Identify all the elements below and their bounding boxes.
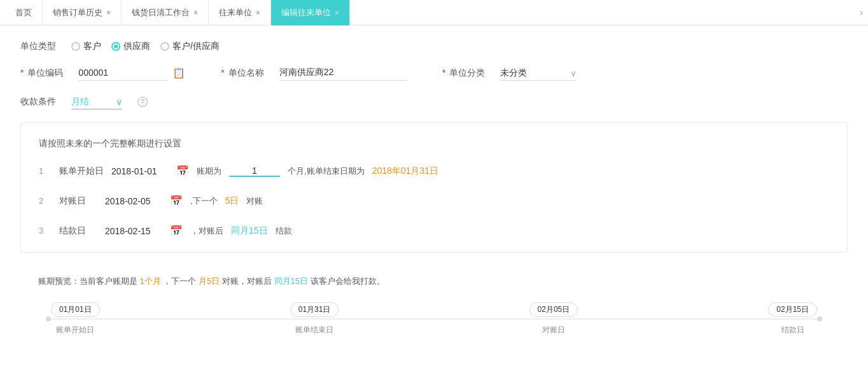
row-num-1: 1 (39, 166, 52, 176)
radio-customer-supplier-label: 客户/供应商 (172, 41, 220, 52)
unit-type-radio-group: 客户 供应商 客户/供应商 (71, 41, 220, 52)
timeline-point-4: 02月15日 结款日 (768, 302, 817, 335)
radio-supplier-label: 供应商 (123, 41, 150, 52)
tab-edit-partner-label: 编辑往来单位 (281, 7, 331, 18)
row-label-2: 对账日 (59, 195, 97, 207)
required-star-name: * (221, 67, 224, 78)
unit-category-label-star: * 单位分类 (442, 67, 485, 79)
timeline-point-1: 01月01日 账单开始日 (51, 302, 100, 335)
preview-suffix: 该客户会给我打款。 (311, 276, 385, 286)
settings-row-3: 3 结款日 2018-02-15 📅 ，对账后 同月15日 结款 (39, 225, 829, 237)
row-num-3: 3 (39, 226, 52, 236)
timeline-label-1: 账单开始日 (56, 325, 94, 335)
tab-cash-work-label: 钱货日清工作台 (132, 7, 190, 18)
row-desc-3b: 结款 (276, 225, 292, 237)
row-date-2: 2018-02-05 (105, 196, 162, 206)
tab-cash-work[interactable]: 钱货日清工作台 × (122, 0, 209, 25)
settings-row-2: 2 对账日 2018-02-05 📅 ,下一个 5日 对账 (39, 195, 829, 207)
timeline-label-2: 账单结束日 (295, 325, 333, 335)
timeline-dot-end (817, 316, 822, 321)
preview-part3: 同月15日 (274, 276, 308, 286)
unit-code-label-star: * 单位编码 (20, 67, 63, 79)
radio-customer-supplier-circle (160, 42, 169, 51)
tab-partner-label: 往来单位 (219, 7, 252, 18)
payment-terms-select-wrapper: 月结 ∨ (71, 94, 122, 109)
settings-box: 请按照未来的一个完整帐期进行设置 1 账单开始日 2018-01-01 📅 账期… (20, 122, 848, 253)
tabs-bar: 首页 销售订单历史 × 钱货日清工作台 × 往来单位 × 编辑往来单位 × › (0, 0, 868, 25)
tab-sales-history[interactable]: 销售订单历史 × (43, 0, 122, 25)
radio-supplier[interactable]: 供应商 (111, 41, 150, 52)
payment-terms-row: 收款条件 月结 ∨ ? (20, 94, 848, 109)
tab-edit-partner-close[interactable]: × (335, 8, 339, 17)
row-highlight-3: 同月15日 (231, 225, 268, 237)
unit-category-label: 单位分类 (449, 67, 485, 78)
payment-terms-select[interactable]: 月结 (71, 94, 122, 109)
row-desc-1b: 个月,账单结束日期为 (288, 165, 365, 177)
row-desc-2b: 对账 (246, 195, 263, 207)
preview-part2: 月5日 (199, 276, 220, 286)
timeline-badge-2: 01月31日 (290, 302, 339, 317)
tab-partner-close[interactable]: × (256, 8, 260, 17)
timeline-label-4: 结款日 (781, 325, 804, 335)
unit-info-row: * 单位编码 📋 * 单位名称 * 单位分类 未分类 ∨ (20, 65, 848, 81)
row-cal-icon-3[interactable]: 📅 (170, 225, 183, 237)
row-label-3: 结款日 (59, 225, 97, 237)
row-cal-icon-2[interactable]: 📅 (170, 195, 183, 207)
settings-row-1: 1 账单开始日 2018-01-01 📅 账期为 个月,账单结束日期为 2018… (39, 165, 829, 177)
radio-customer-label: 客户 (83, 41, 101, 52)
radio-customer-supplier[interactable]: 客户/供应商 (160, 41, 220, 52)
unit-type-label: 单位类型 (20, 41, 56, 52)
unit-category-select-wrapper: 未分类 ∨ (500, 65, 577, 81)
preview-mid2: 对账，对账后 (222, 276, 272, 286)
tab-sales-history-label: 销售订单历史 (53, 7, 102, 18)
unit-code-field-group: 📋 (78, 65, 185, 81)
settings-title: 请按照未来的一个完整帐期进行设置 (39, 138, 829, 150)
tab-cash-work-close[interactable]: × (193, 8, 198, 17)
timeline-container: 01月01日 账单开始日 01月31日 账单结束日 02月05日 对账日 02月… (20, 302, 848, 335)
row-date-3: 2018-02-15 (105, 226, 162, 236)
row-cal-icon-1[interactable]: 📅 (176, 165, 189, 177)
row-desc-1a: 账期为 (197, 165, 221, 177)
preview-part1: 1个月 (140, 276, 161, 286)
tab-edit-partner[interactable]: 编辑往来单位 × (271, 0, 350, 25)
row-num-2: 2 (39, 196, 52, 206)
unit-category-select[interactable]: 未分类 (500, 65, 577, 81)
timeline-points: 01月01日 账单开始日 01月31日 账单结束日 02月05日 对账日 02月… (51, 302, 817, 335)
row-label-1: 账单开始日 (59, 165, 104, 177)
main-content: 单位类型 客户 供应商 客户/供应商 * 单位编码 📋 * (0, 25, 868, 387)
timeline-badge-4: 02月15日 (768, 302, 817, 317)
timeline-badge-3: 02月05日 (529, 302, 578, 317)
row-desc-2a: ,下一个 (190, 195, 218, 207)
preview-text: 账期预览：当前客户账期是 1个月 ，下一个 月5日 对账，对账后 同月15日 该… (20, 276, 848, 287)
unit-name-input[interactable] (279, 65, 407, 81)
tab-home[interactable]: 首页 (5, 0, 43, 25)
radio-customer[interactable]: 客户 (71, 41, 101, 52)
required-star-category: * (442, 67, 445, 78)
timeline-badge-1: 01月01日 (51, 302, 100, 317)
row-desc-3a: ，对账后 (190, 225, 223, 237)
required-star-code: * (20, 67, 24, 78)
timeline-dot-start (46, 316, 51, 321)
timeline-label-3: 对账日 (542, 325, 565, 335)
unit-name-label-star: * 单位名称 (221, 67, 263, 79)
unit-code-input[interactable] (78, 65, 167, 81)
tab-home-label: 首页 (15, 7, 32, 18)
tab-sales-history-close[interactable]: × (106, 8, 111, 17)
row-highlight-1: 2018年01月31日 (372, 165, 438, 177)
payment-terms-label: 收款条件 (20, 96, 56, 108)
row-highlight-2: 5日 (225, 195, 239, 207)
unit-code-copy-icon[interactable]: 📋 (172, 67, 185, 79)
period-input[interactable] (229, 165, 280, 177)
timeline-point-2: 01月31日 账单结束日 (290, 302, 339, 335)
unit-name-field-group (279, 65, 407, 81)
preview-section: 账期预览：当前客户账期是 1个月 ，下一个 月5日 对账，对账后 同月15日 该… (20, 265, 848, 335)
tabs-scroll-right-icon[interactable]: › (860, 7, 863, 18)
payment-terms-help-icon[interactable]: ? (137, 97, 148, 107)
tab-partner[interactable]: 往来单位 × (209, 0, 271, 25)
radio-supplier-circle (111, 42, 120, 51)
row-date-1: 2018-01-01 (111, 166, 169, 176)
preview-mid1: ，下一个 (163, 276, 196, 286)
unit-name-label: 单位名称 (228, 67, 264, 78)
unit-code-label: 单位编码 (27, 67, 63, 78)
preview-prefix: 账期预览：当前客户账期是 (38, 276, 137, 286)
